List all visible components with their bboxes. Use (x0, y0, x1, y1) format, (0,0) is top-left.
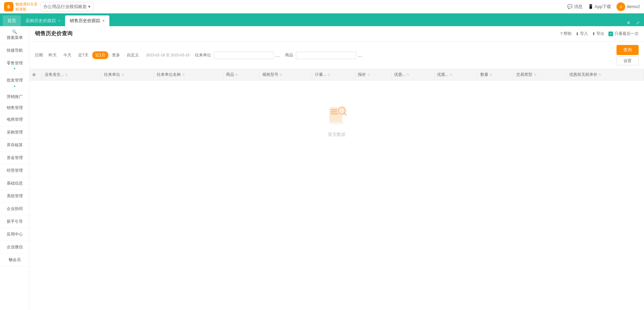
date-custom-btn[interactable]: 自定义 (124, 51, 142, 59)
sidebar-item-app-center[interactable]: 应用中心 (0, 228, 29, 241)
page-title-row: 销售历史价查询 ? 帮助 ⬇ 导入 ⬆ 导出 ✓ (35, 30, 639, 37)
col-discount1[interactable]: 优惠... ⇅ (391, 69, 434, 81)
action-buttons: 查询 设置 (616, 45, 639, 65)
sort-icon: ⇅ (407, 73, 409, 76)
product-picker-button[interactable]: ... (358, 52, 362, 58)
partner-input-wrapper: ... (214, 52, 280, 59)
product-input-wrapper: ... (296, 52, 362, 59)
sort-icon: ⇅ (235, 73, 238, 76)
tab-close-purchase[interactable]: × (58, 18, 60, 23)
help-icon: ? (560, 32, 562, 36)
only-last-checkbox[interactable]: ✓ 只看最后一次 (608, 31, 639, 37)
sidebar-item-enterprise[interactable]: 企业协同 (0, 203, 29, 215)
logo-icon: 6 (4, 2, 13, 11)
content-area: 销售历史价查询 ? 帮助 ⬇ 导入 ⬆ 导出 ✓ (30, 26, 644, 310)
close-all-tabs-button[interactable]: ✕ (625, 19, 632, 26)
query-button[interactable]: 查询 (616, 45, 639, 55)
date-filter-group: 日期 昨天 今天 近7天 近1月 更多 自定义 2023-02-18 至 202… (35, 51, 190, 59)
tab-sales-history[interactable]: 销售历史价跟踪 × (65, 15, 109, 26)
sidebar-item-basic-info[interactable]: 基础信息 (0, 177, 29, 190)
app-selector[interactable]: 办公用品行业模拟账套 ▾ (40, 2, 94, 11)
chevron-up-icon: ▴ (14, 84, 15, 88)
message-button[interactable]: 💬 消息 (567, 4, 583, 10)
col-quantity[interactable]: 数量 ⇅ (477, 69, 514, 81)
col-partner-name[interactable]: 往来单位名称 ⇅ (154, 69, 223, 81)
sort-icon: ⇅ (534, 73, 536, 76)
sort-icon: ⇅ (121, 73, 124, 76)
date-1month-btn[interactable]: 近1月 (92, 51, 109, 59)
sidebar-item-purchase[interactable]: 采购管理 (0, 126, 29, 139)
sort-icon: ⇅ (327, 73, 330, 76)
chevron-down-icon: ▾ (14, 67, 15, 70)
date-range-text: 2023-02-18 至 2023-03-18 (146, 53, 190, 58)
sidebar-item-operation[interactable]: 经营管理 (0, 164, 29, 177)
tab-bar: 首页 采购历史价跟踪 × 销售历史价跟踪 × ✕ ⤢ (0, 13, 644, 26)
col-spec[interactable]: 规格型号 ⇅ (259, 69, 312, 81)
sidebar-item-marketing[interactable]: 营销推广 (0, 91, 29, 102)
partner-picker-button[interactable]: ... (275, 52, 280, 58)
settings-button[interactable]: 设置 (616, 56, 639, 65)
col-pretax-price[interactable]: 优惠前无税单价 ⇅ (566, 69, 644, 81)
sidebar-item-system[interactable]: 系统管理 (0, 190, 29, 203)
sidebar-item-wholesale[interactable]: 批发管理 ▴ (0, 74, 29, 91)
message-icon: 💬 (567, 4, 573, 9)
help-button[interactable]: ? 帮助 (560, 31, 572, 37)
import-button[interactable]: ⬇ 导入 (576, 31, 588, 37)
sort-icon: ⇅ (489, 73, 492, 76)
col-unit[interactable]: 计量... ⇅ (312, 69, 355, 81)
data-table: ⚙ 业务发生... ⇅ 往来单位 ⇅ 往来单位名称 ⇅ 商品 ⇅ 规格型号 ⇅ … (30, 69, 644, 81)
logo-text: 畅捷通好生意 标准版 (15, 2, 38, 11)
col-discount2[interactable]: 优惠... ⇅ (434, 69, 477, 81)
col-settings[interactable]: ⚙ (30, 69, 42, 81)
sidebar-item-inventory[interactable]: 库存核算 (0, 139, 29, 152)
date-more-btn[interactable]: 更多 (109, 51, 123, 59)
top-bar-right: 💬 消息 📱 App下载 d demo2 (567, 2, 640, 11)
sidebar-item-enterprise-wechat[interactable]: 企业微信 (0, 241, 29, 254)
top-bar-left: 6 畅捷通好生意 标准版 办公用品行业模拟账套 ▾ (4, 2, 94, 11)
page-title: 销售历史价查询 (35, 30, 72, 37)
empty-illustration (323, 101, 350, 127)
date-7days-btn[interactable]: 近7天 (75, 51, 92, 59)
maximize-button[interactable]: ⤢ (635, 19, 641, 26)
sidebar-item-sales-mgmt[interactable]: 销售管理 (0, 102, 29, 113)
col-trade-type[interactable]: 交易类型 ⇅ (514, 69, 566, 81)
sidebar-item-search[interactable]: 🔍 搜索菜单 (0, 26, 29, 44)
download-button[interactable]: 📱 App下载 (588, 4, 611, 10)
col-product[interactable]: 商品 ⇅ (223, 69, 259, 81)
col-price[interactable]: 报价 ⇅ (355, 69, 391, 81)
sidebar-item-newbie[interactable]: 新手引导 (0, 215, 29, 228)
product-label: 商品 (285, 52, 293, 58)
col-date[interactable]: 业务发生... ⇅ (42, 69, 101, 81)
sort-icon: ⇅ (450, 73, 452, 76)
sidebar-item-retail[interactable]: 零售管理 ▾ (0, 57, 29, 74)
partner-filter-group: 往来单位 ... (195, 52, 280, 59)
product-filter-group: 商品 ... (285, 52, 362, 59)
page-header: 销售历史价查询 ? 帮助 ⬇ 导入 ⬆ 导出 ✓ (30, 26, 644, 42)
tab-purchase-history[interactable]: 采购历史价跟踪 × (21, 15, 65, 26)
sidebar-item-finance[interactable]: 资金管理 (0, 152, 29, 164)
search-icon: 🔍 (12, 30, 17, 34)
sidebar-item-shortcut[interactable]: 快捷导航 (0, 44, 29, 57)
product-input[interactable] (296, 52, 356, 59)
sidebar: 🔍 搜索菜单 快捷导航 零售管理 ▾ 批发管理 ▴ 营销推广 销售管理 电商管理… (0, 26, 30, 310)
tab-close-sales[interactable]: × (102, 18, 105, 23)
partner-label: 往来单位 (195, 52, 211, 58)
data-table-wrapper: ⚙ 业务发生... ⇅ 往来单位 ⇅ 往来单位名称 ⇅ 商品 ⇅ 规格型号 ⇅ … (30, 69, 644, 310)
sort-icon: ⇅ (598, 73, 601, 76)
date-today-btn[interactable]: 今天 (60, 51, 74, 59)
svg-rect-3 (331, 111, 338, 112)
date-btn-group: 昨天 今天 近7天 近1月 更多 自定义 (46, 51, 142, 59)
sidebar-item-member[interactable]: 畅会员 (0, 254, 29, 266)
filter-bar: 日期 昨天 今天 近7天 近1月 更多 自定义 2023-02-18 至 202… (30, 42, 644, 69)
sidebar-item-ecommerce[interactable]: 电商管理 (0, 113, 29, 126)
tab-home[interactable]: 首页 (3, 15, 21, 26)
date-yesterday-btn[interactable]: 昨天 (46, 51, 60, 59)
user-menu[interactable]: d demo2 (616, 2, 640, 11)
logo-area: 6 畅捷通好生意 标准版 (4, 2, 38, 11)
col-partner-code[interactable]: 往来单位 ⇅ (101, 69, 154, 81)
sort-icon: ⇅ (279, 73, 282, 76)
partner-input[interactable] (214, 52, 274, 59)
empty-text: 暂无数据 (328, 132, 345, 138)
export-button[interactable]: ⬆ 导出 (592, 31, 604, 37)
empty-state: 暂无数据 (30, 81, 644, 158)
